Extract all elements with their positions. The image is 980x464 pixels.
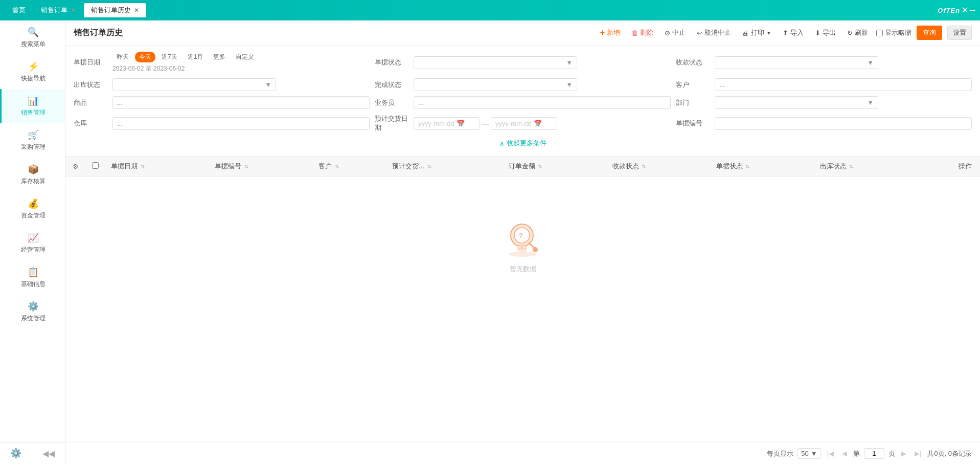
stop-label: 中止 xyxy=(672,28,686,37)
svg-point-8 xyxy=(522,245,526,249)
display-cols-checkbox[interactable] xyxy=(876,30,883,36)
col-customer[interactable]: 客户 ⇅ xyxy=(312,157,386,176)
brand-label: OfTEn xyxy=(938,7,960,14)
col-expected-date[interactable]: 预计交货... ⇅ xyxy=(386,157,503,176)
col-order-no[interactable]: 单据编号 ⇅ xyxy=(209,157,312,176)
export-label: 导出 xyxy=(823,28,836,37)
filter-outbound-arrow: ▼ xyxy=(265,81,271,89)
sidebar-collapse-icon[interactable]: ◀◀ xyxy=(42,449,55,458)
page-size-select[interactable]: 50 ▼ xyxy=(797,448,821,459)
query-button[interactable]: 查询 xyxy=(917,26,942,40)
check-all-checkbox[interactable] xyxy=(92,162,99,169)
col-order-no-sort-icon: ⇅ xyxy=(244,164,248,169)
filter-status-select[interactable]: ▼ xyxy=(414,56,577,69)
filter-salesman-group: 业务员 xyxy=(375,96,671,109)
sidebar-item-fund-mgmt[interactable]: 💰 资金管理 xyxy=(0,192,65,226)
filter-warehouse-input[interactable] xyxy=(117,120,365,127)
search-menu-icon: 🔍 xyxy=(28,27,39,38)
filter-dept-label: 部门 xyxy=(676,98,712,107)
shortcut-today[interactable]: 今天 xyxy=(135,52,155,62)
collapse-label: 收起更多条件 xyxy=(507,139,546,148)
shortcut-custom[interactable]: 自定义 xyxy=(232,52,258,62)
col-payment-status-label: 收款状态 xyxy=(612,162,639,170)
delete-label: 删除 xyxy=(640,28,653,37)
filter-customer-input[interactable] xyxy=(719,81,967,89)
col-check[interactable] xyxy=(86,157,105,176)
filter-complete-select[interactable]: ▼ xyxy=(414,78,577,91)
shortcut-1month[interactable]: 近1月 xyxy=(184,52,208,62)
page-size-arrow-icon: ▼ xyxy=(811,450,817,457)
date-range-dash: — xyxy=(482,120,489,127)
tab-sales-order-close[interactable]: ✕ xyxy=(71,7,76,14)
shortcut-yesterday[interactable]: 昨天 xyxy=(112,52,133,62)
col-expected-date-label: 预计交货... xyxy=(392,162,424,170)
import-icon: ⬆ xyxy=(783,29,788,37)
filter-delivery-from[interactable]: yyyy-mm-dd 📅 xyxy=(414,117,480,130)
col-date[interactable]: 单据日期 ⇅ xyxy=(105,157,209,176)
settings-button[interactable]: 设置 xyxy=(947,26,972,40)
tab-home[interactable]: 首页 xyxy=(5,3,33,17)
shortcut-7days[interactable]: 近7天 xyxy=(157,52,181,62)
collapse-bar[interactable]: ∧ 收起更多条件 xyxy=(74,137,972,150)
tab-sales-order-history[interactable]: 销售订单历史 ✕ xyxy=(84,3,146,17)
print-button[interactable]: 🖨 打印 ▼ xyxy=(739,26,774,39)
stock-check-icon: 📦 xyxy=(28,164,39,175)
window-close-icon[interactable]: ✕ xyxy=(961,5,969,16)
quick-nav-icon: ⚡ xyxy=(28,61,39,72)
sidebar-settings-icon[interactable]: ⚙️ xyxy=(10,448,21,459)
calendar-from-icon[interactable]: 📅 xyxy=(457,120,465,127)
display-cols-check[interactable]: 显示略缩 xyxy=(876,28,911,37)
first-page-btn[interactable]: |◀ xyxy=(825,449,836,458)
sidebar-item-sales-mgmt[interactable]: 📊 销售管理 xyxy=(0,89,65,123)
export-button[interactable]: ⬇ 导出 xyxy=(812,26,839,39)
col-amount[interactable]: 订单金额 ⇅ xyxy=(503,157,606,176)
filter-salesman-input[interactable] xyxy=(418,99,666,106)
page-size-label: 每页显示 xyxy=(767,449,793,458)
new-button[interactable]: + 新增 xyxy=(597,26,623,39)
data-table: ⚙ 单据日期 ⇅ 单据编号 ⇅ 客户 ⇅ xyxy=(65,157,980,315)
refresh-button[interactable]: ↻ 刷新 xyxy=(844,26,871,39)
col-outbound-status[interactable]: 出库状态 ⇅ xyxy=(814,157,918,176)
shortcut-more[interactable]: 更多 xyxy=(209,52,230,62)
delete-button[interactable]: 🗑 删除 xyxy=(628,26,656,39)
calendar-to-icon[interactable]: 📅 xyxy=(534,120,542,127)
col-doc-status[interactable]: 单据状态 ⇅ xyxy=(710,157,814,176)
col-settings[interactable]: ⚙ xyxy=(65,157,86,176)
sidebar-item-base-info[interactable]: 📋 基础信息 xyxy=(0,260,65,295)
stop-button[interactable]: ⊘ 中止 xyxy=(662,26,689,39)
sidebar-item-purchase-mgmt[interactable]: 🛒 采购管理 xyxy=(0,123,65,158)
last-page-btn[interactable]: ▶| xyxy=(913,449,923,458)
total-label: 共0页, 0条记录 xyxy=(927,449,972,458)
chevron-up-icon: ∧ xyxy=(499,140,505,147)
empty-state-illustration: ? xyxy=(503,217,543,258)
filter-outbound-select[interactable]: ▼ xyxy=(112,78,276,91)
tab-sales-order-history-close[interactable]: ✕ xyxy=(134,7,139,14)
cancel-stop-icon: ↩ xyxy=(697,29,702,37)
sidebar-item-stock-check[interactable]: 📦 库存核算 xyxy=(0,158,65,192)
col-customer-label: 客户 xyxy=(318,162,332,170)
filter-product-group: 商品 xyxy=(74,96,370,109)
window-minimize-icon[interactable]: ─ xyxy=(970,6,975,14)
filter-order-no-input[interactable] xyxy=(719,120,967,127)
prev-page-btn[interactable]: ◀ xyxy=(840,449,849,458)
sidebar-item-sys-mgmt-label: 系统管理 xyxy=(21,314,45,323)
filter-outbound-label: 出库状态 xyxy=(74,80,109,90)
sidebar-item-sys-mgmt[interactable]: ⚙️ 系统管理 xyxy=(0,295,65,329)
svg-text:?: ? xyxy=(519,232,523,239)
filter-payment-select[interactable]: ▼ xyxy=(715,56,878,69)
sidebar-item-quick-nav[interactable]: ⚡ 快捷导航 xyxy=(0,55,65,89)
filter-warehouse-label: 仓库 xyxy=(74,119,109,128)
tab-sales-order[interactable]: 销售订单 ✕ xyxy=(34,3,83,17)
cancel-stop-button[interactable]: ↩ 取消中止 xyxy=(694,26,734,39)
next-page-btn[interactable]: ▶ xyxy=(899,449,908,458)
sidebar-item-search-menu[interactable]: 🔍 搜索菜单 xyxy=(0,20,65,55)
filter-delivery-to[interactable]: yyyy-mm-dd 📅 xyxy=(491,117,557,130)
col-payment-status[interactable]: 收款状态 ⇅ xyxy=(606,157,710,176)
import-button[interactable]: ⬆ 导入 xyxy=(780,26,807,39)
filter-dept-select[interactable]: ▼ xyxy=(715,96,878,109)
sidebar-item-operation-mgmt[interactable]: 📈 经营管理 xyxy=(0,226,65,260)
col-date-sort-icon: ⇅ xyxy=(141,164,145,169)
filter-product-input[interactable] xyxy=(117,99,365,106)
current-page-input[interactable] xyxy=(864,448,884,459)
top-bar: 首页 销售订单 ✕ 销售订单历史 ✕ OfTEn ✕ ─ xyxy=(0,0,980,20)
